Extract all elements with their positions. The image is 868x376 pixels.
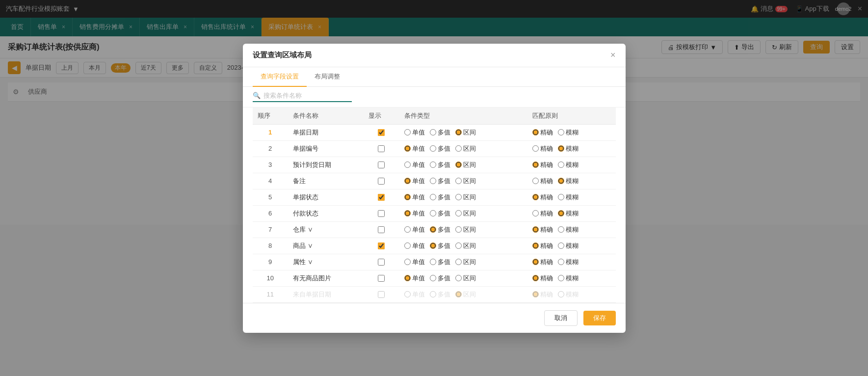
- cell-display-2[interactable]: [364, 140, 399, 157]
- cell-name-4: 备注: [288, 173, 364, 189]
- radio-cond-multi-5[interactable]: 多值: [430, 193, 450, 202]
- dialog-header: 设置查询区域布局 ×: [243, 44, 626, 67]
- dialog-title: 设置查询区域布局: [253, 51, 312, 60]
- cell-cond-3: 单值多值区间: [399, 157, 527, 173]
- cell-match-3: 精确模糊: [527, 157, 616, 173]
- radio-match-fuzzy-2[interactable]: 模糊: [558, 144, 579, 153]
- radio-match-fuzzy-5[interactable]: 模糊: [558, 193, 579, 202]
- cell-seq-2: 2: [253, 140, 288, 157]
- table-row: 6付款状态单值多值区间精确模糊: [253, 205, 616, 221]
- radio-match-fuzzy-3[interactable]: 模糊: [558, 161, 579, 169]
- modal-overlay: 设置查询区域布局 × 查询字段设置 布局调整 🔍 顺序: [0, 0, 868, 225]
- checkbox-display-1[interactable]: [378, 129, 385, 136]
- dialog-tab-layout-label: 布局调整: [315, 73, 340, 80]
- radio-match-exact-3[interactable]: 精确: [532, 161, 553, 169]
- radio-cond-range-1[interactable]: 区间: [455, 128, 476, 137]
- th-name: 条件名称: [288, 107, 364, 125]
- cell-match-7: 精确模糊: [527, 221, 616, 225]
- cell-seq-5: 5: [253, 189, 288, 205]
- radio-cond-range-4[interactable]: 区间: [455, 177, 476, 186]
- radio-cond-single-1[interactable]: 单值: [404, 128, 425, 137]
- table-row: 7仓库 ∨单值多值区间精确模糊: [253, 221, 616, 225]
- dialog-table-wrap: 顺序 条件名称 显示 条件类型 匹配原则 1单据日期单值多值区间精确模糊2单据编…: [243, 107, 626, 225]
- radio-match-exact-6[interactable]: 精确: [532, 209, 553, 218]
- cell-cond-2: 单值多值区间: [399, 140, 527, 157]
- th-display: 显示: [364, 107, 399, 125]
- cell-match-4: 精确模糊: [527, 173, 616, 189]
- search-input[interactable]: [263, 92, 352, 99]
- cell-display-6[interactable]: [364, 205, 399, 221]
- cell-display-5[interactable]: [364, 189, 399, 205]
- radio-match-fuzzy-6[interactable]: 模糊: [558, 209, 579, 218]
- dialog-tab-query-fields-label: 查询字段设置: [261, 73, 299, 80]
- dialog-tab-layout[interactable]: 布局调整: [307, 67, 348, 87]
- table-row: 4备注单值多值区间精确模糊: [253, 173, 616, 189]
- cell-cond-6: 单值多值区间: [399, 205, 527, 221]
- table-row: 3预计到货日期单值多值区间精确模糊: [253, 157, 616, 173]
- cell-name-5: 单据状态: [288, 189, 364, 205]
- radio-cond-single-6[interactable]: 单值: [404, 209, 425, 218]
- dialog-tabs: 查询字段设置 布局调整: [243, 67, 626, 87]
- th-cond-type: 条件类型: [399, 107, 527, 125]
- radio-cond-range-6[interactable]: 区间: [455, 209, 476, 218]
- cell-cond-1: 单值多值区间: [399, 124, 527, 140]
- cell-name-6: 付款状态: [288, 205, 364, 221]
- cell-seq-4: 4: [253, 173, 288, 189]
- cell-cond-7: 单值多值区间: [399, 221, 527, 225]
- table-row: 1单据日期单值多值区间精确模糊: [253, 124, 616, 140]
- radio-cond-single-5[interactable]: 单值: [404, 193, 425, 202]
- table-header-row: 顺序 条件名称 显示 条件类型 匹配原则: [253, 107, 616, 125]
- radio-cond-range-3[interactable]: 区间: [455, 161, 476, 169]
- cell-display-7[interactable]: [364, 221, 399, 225]
- radio-cond-multi-1[interactable]: 多值: [430, 128, 450, 137]
- radio-match-fuzzy-4[interactable]: 模糊: [558, 177, 579, 186]
- radio-cond-multi-4[interactable]: 多值: [430, 177, 450, 186]
- checkbox-display-4[interactable]: [378, 178, 385, 185]
- cell-match-1: 精确模糊: [527, 124, 616, 140]
- radio-cond-multi-6[interactable]: 多值: [430, 209, 450, 218]
- radio-cond-multi-3[interactable]: 多值: [430, 161, 450, 169]
- cell-match-6: 精确模糊: [527, 205, 616, 221]
- th-match-rule: 匹配原则: [527, 107, 616, 125]
- cell-cond-4: 单值多值区间: [399, 173, 527, 189]
- cell-display-1[interactable]: [364, 124, 399, 140]
- cell-match-2: 精确模糊: [527, 140, 616, 157]
- radio-cond-multi-2[interactable]: 多值: [430, 144, 450, 153]
- cell-display-3[interactable]: [364, 157, 399, 173]
- dialog-close-button[interactable]: ×: [610, 51, 616, 59]
- cell-cond-5: 单值多值区间: [399, 189, 527, 205]
- checkbox-display-3[interactable]: [378, 161, 385, 168]
- cell-match-5: 精确模糊: [527, 189, 616, 205]
- cell-name-3: 预计到货日期: [288, 157, 364, 173]
- table-row: 5单据状态单值多值区间精确模糊: [253, 189, 616, 205]
- radio-cond-single-3[interactable]: 单值: [404, 161, 425, 169]
- settings-dialog: 设置查询区域布局 × 查询字段设置 布局调整 🔍 顺序: [243, 44, 626, 225]
- radio-cond-single-4[interactable]: 单值: [404, 177, 425, 186]
- cell-display-4[interactable]: [364, 173, 399, 189]
- radio-cond-range-5[interactable]: 区间: [455, 193, 476, 202]
- cell-name-7: 仓库 ∨: [288, 221, 364, 225]
- search-icon: 🔍: [253, 92, 261, 99]
- checkbox-display-5[interactable]: [378, 194, 385, 201]
- dialog-tab-query-fields[interactable]: 查询字段设置: [253, 67, 307, 87]
- cell-name-1: 单据日期: [288, 124, 364, 140]
- cell-seq-3: 3: [253, 157, 288, 173]
- checkbox-display-6[interactable]: [378, 210, 385, 217]
- cell-seq-6: 6: [253, 205, 288, 221]
- radio-match-exact-2[interactable]: 精确: [532, 144, 553, 153]
- radio-cond-range-2[interactable]: 区间: [455, 144, 476, 153]
- dialog-search-area: 🔍: [243, 87, 626, 107]
- radio-match-exact-1[interactable]: 精确: [532, 128, 553, 137]
- cell-seq-7: 7: [253, 221, 288, 225]
- radio-match-exact-5[interactable]: 精确: [532, 193, 553, 202]
- cell-name-2: 单据编号: [288, 140, 364, 157]
- checkbox-display-2[interactable]: [378, 145, 385, 152]
- radio-match-exact-4[interactable]: 精确: [532, 177, 553, 186]
- search-input-wrapper: 🔍: [253, 92, 352, 102]
- conditions-table: 顺序 条件名称 显示 条件类型 匹配原则 1单据日期单值多值区间精确模糊2单据编…: [253, 107, 616, 225]
- radio-match-fuzzy-1[interactable]: 模糊: [558, 128, 579, 137]
- cell-seq-1: 1: [253, 124, 288, 140]
- table-row: 2单据编号单值多值区间精确模糊: [253, 140, 616, 157]
- th-seq: 顺序: [253, 107, 288, 125]
- radio-cond-single-2[interactable]: 单值: [404, 144, 425, 153]
